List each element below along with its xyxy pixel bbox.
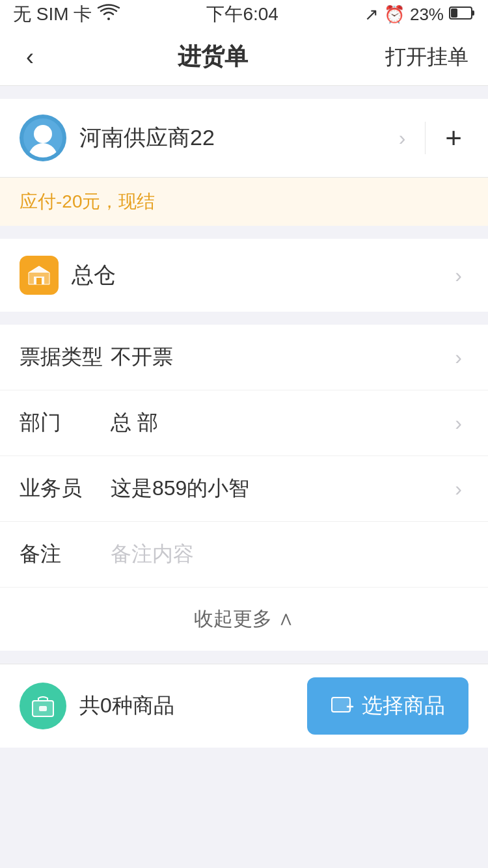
warehouse-chevron-icon: ›	[455, 264, 462, 288]
section-gap-1	[0, 86, 488, 99]
section-gap-3	[0, 312, 488, 325]
battery-label: 23%	[410, 5, 444, 25]
status-right: ↗ ⏰ 23%	[364, 5, 475, 25]
supplier-row[interactable]: 河南供应商22 › +	[0, 99, 488, 178]
department-chevron-icon: ›	[455, 411, 462, 435]
sales-person-row[interactable]: 业务员 这是859的小智 ›	[0, 455, 488, 521]
select-product-button[interactable]: 选择商品	[307, 677, 468, 735]
svg-rect-4	[36, 278, 42, 284]
remark-input[interactable]: 备注内容	[111, 540, 468, 569]
department-label: 部门	[20, 409, 111, 437]
warehouse-icon	[20, 256, 59, 295]
page-title: 进货单	[178, 41, 248, 73]
open-pending-button[interactable]: 打开挂单	[385, 43, 468, 72]
select-product-label: 选择商品	[362, 692, 445, 720]
carrier-label: 无 SIM 卡	[13, 2, 92, 27]
status-bar: 无 SIM 卡 下午6:04 ↗ ⏰ 23%	[0, 0, 488, 29]
supplier-section: 河南供应商22 › + 应付-20元，现结	[0, 99, 488, 226]
divider	[425, 122, 426, 154]
warehouse-row[interactable]: 总仓 ›	[0, 239, 488, 312]
wifi-icon	[97, 3, 120, 26]
status-time: 下午6:04	[206, 2, 278, 27]
svg-rect-1	[472, 10, 474, 16]
department-value: 总 部	[111, 409, 455, 437]
warehouse-section: 总仓 ›	[0, 239, 488, 312]
department-row[interactable]: 部门 总 部 ›	[0, 390, 488, 455]
nav-bar: ‹ 进货单 打开挂单	[0, 29, 488, 86]
bottom-bar: 共0种商品 选择商品	[0, 664, 488, 748]
salesperson-chevron-icon: ›	[455, 477, 462, 501]
product-icon-wrap	[20, 683, 66, 729]
background-area	[0, 748, 488, 868]
invoice-chevron-icon: ›	[455, 346, 462, 370]
supplier-name: 河南供应商22	[79, 123, 399, 153]
sales-person-value: 这是859的小智	[111, 474, 455, 503]
invoice-type-row[interactable]: 票据类型 不开票 ›	[0, 325, 488, 390]
add-supplier-button[interactable]: +	[439, 122, 468, 154]
svg-rect-6	[39, 706, 47, 711]
product-count-label: 共0种商品	[79, 692, 294, 720]
form-section: 票据类型 不开票 › 部门 总 部 › 业务员 这是859的小智 › 备注 备注…	[0, 325, 488, 651]
collapse-button[interactable]: 收起更多 ∧	[0, 587, 488, 651]
notice-banner: 应付-20元，现结	[0, 178, 488, 226]
supplier-avatar	[20, 115, 66, 161]
remark-label: 备注	[20, 540, 111, 569]
section-gap-2	[0, 226, 488, 239]
warehouse-name: 总仓	[72, 260, 455, 290]
battery-icon	[449, 5, 475, 25]
invoice-type-value: 不开票	[111, 343, 455, 372]
status-left: 无 SIM 卡	[13, 2, 120, 27]
invoice-type-label: 票据类型	[20, 343, 111, 372]
svg-rect-2	[451, 8, 457, 18]
notice-text: 应付-20元，现结	[20, 191, 155, 211]
remark-row[interactable]: 备注 备注内容	[0, 521, 488, 587]
section-gap-4	[0, 651, 488, 664]
sales-person-label: 业务员	[20, 474, 111, 503]
alarm-icon: ⏰	[384, 5, 405, 25]
back-button[interactable]: ‹	[20, 37, 40, 77]
svg-rect-7	[332, 698, 350, 712]
supplier-chevron-icon: ›	[399, 126, 406, 150]
location-icon: ↗	[364, 5, 379, 25]
